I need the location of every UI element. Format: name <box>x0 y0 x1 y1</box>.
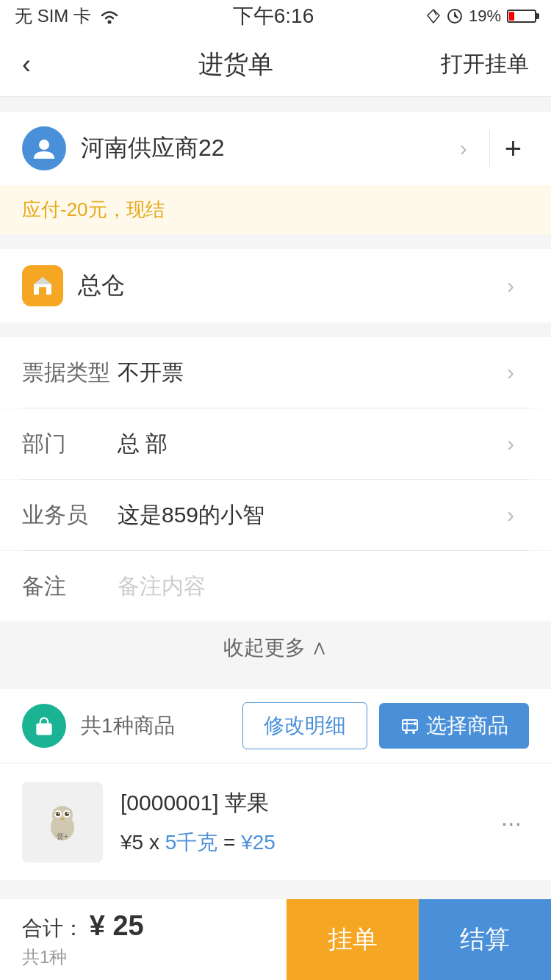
department-chevron-icon: › <box>507 431 514 456</box>
warehouse-name: 总仓 <box>78 270 507 302</box>
section-gap-4 <box>0 674 551 689</box>
warehouse-icon <box>22 265 63 306</box>
unit-price: ¥5 <box>120 831 143 854</box>
product-code: [0000001] <box>120 790 218 815</box>
svg-rect-4 <box>36 723 51 735</box>
remark-input[interactable]: 备注内容 <box>118 572 529 602</box>
department-label: 部门 <box>22 429 118 459</box>
collapse-label: 收起更多 ∧ <box>223 634 328 662</box>
supplier-name: 河南供应商22 <box>81 132 460 165</box>
ticket-type-label: 票据类型 <box>22 358 118 388</box>
salesman-row[interactable]: 业务员 这是859的小智 › <box>0 480 551 550</box>
section-gap-3 <box>0 323 551 337</box>
status-left: 无 SIM 卡 <box>15 4 120 28</box>
products-header: 共1种商品 修改明细 选择商品 <box>0 689 551 763</box>
edit-details-button[interactable]: 修改明细 <box>242 702 367 749</box>
product-price: ¥5 x 5千克 = ¥25 <box>120 829 494 857</box>
status-right: 19% <box>426 7 536 26</box>
notice-bar: 应付-20元，现结 <box>0 185 551 234</box>
ticket-type-value: 不开票 <box>118 358 507 388</box>
product-name: [0000001] 苹果 <box>120 788 494 818</box>
open-pending-button[interactable]: 打开挂单 <box>441 49 529 79</box>
clock-icon <box>447 8 463 24</box>
remark-row[interactable]: 备注 备注内容 <box>0 551 551 621</box>
notice-text: 应付-20元，现结 <box>22 198 165 220</box>
svg-point-2 <box>39 140 49 150</box>
product-item: 督+ [0000001] 苹果 ¥5 x 5千克 = ¥25 ··· <box>0 764 551 880</box>
section-gap-2 <box>0 234 551 249</box>
product-more-button[interactable]: ··· <box>494 801 529 844</box>
bag-icon <box>32 714 56 738</box>
status-time: 下午6:16 <box>233 2 314 30</box>
equals-sign: = <box>223 831 241 854</box>
hang-order-button[interactable]: 挂单 <box>287 899 419 980</box>
warehouse-row[interactable]: 总仓 › <box>0 249 551 323</box>
cart-icon <box>400 717 420 735</box>
status-bar: 无 SIM 卡 下午6:16 19% <box>0 0 551 32</box>
svg-point-8 <box>405 731 408 734</box>
total-section: 合计： ¥ 25 共1种 <box>0 899 287 980</box>
total-sub: 共1种 <box>22 945 264 969</box>
product-total: ¥25 <box>241 831 276 854</box>
total-amount: ¥ 25 <box>90 910 144 941</box>
checkout-button[interactable]: 结算 <box>419 899 551 980</box>
multiply-sign: x <box>149 831 165 854</box>
collapse-row[interactable]: 收起更多 ∧ <box>0 621 551 674</box>
person-icon <box>31 135 57 162</box>
house-icon <box>31 274 54 298</box>
supplier-avatar <box>22 126 66 170</box>
ticket-type-row[interactable]: 票据类型 不开票 › <box>0 337 551 408</box>
remark-label: 备注 <box>22 572 118 602</box>
svg-rect-3 <box>39 287 46 295</box>
product-info: [0000001] 苹果 ¥5 x 5千克 = ¥25 <box>120 788 494 857</box>
back-button[interactable]: ‹ <box>22 49 31 80</box>
carrier-label: 无 SIM 卡 <box>15 4 91 28</box>
warehouse-chevron-icon: › <box>507 273 514 298</box>
select-product-label: 选择商品 <box>426 712 508 740</box>
divider <box>489 130 490 167</box>
salesman-value: 这是859的小智 <box>118 500 507 530</box>
ticket-type-chevron-icon: › <box>507 360 514 385</box>
svg-point-0 <box>108 21 112 24</box>
products-count: 共1种商品 <box>81 712 242 740</box>
department-row[interactable]: 部门 总 部 › <box>0 408 551 479</box>
location-icon <box>426 8 441 24</box>
supplier-row[interactable]: 河南供应商22 › + <box>0 112 551 185</box>
supplier-chevron-icon: › <box>460 136 467 161</box>
nav-bar: ‹ 进货单 打开挂单 <box>0 32 551 97</box>
owl-logo: 督+ <box>37 796 88 848</box>
select-product-button[interactable]: 选择商品 <box>379 703 529 749</box>
salesman-label: 业务员 <box>22 500 118 530</box>
department-value: 总 部 <box>118 429 507 459</box>
svg-text:督+: 督+ <box>57 832 68 840</box>
battery-percent: 19% <box>469 7 501 26</box>
total-label: 合计： <box>22 917 84 940</box>
products-icon <box>22 704 66 748</box>
total-main: 合计： ¥ 25 <box>22 910 264 943</box>
page-title: 进货单 <box>198 48 273 82</box>
add-supplier-button[interactable]: + <box>497 132 529 165</box>
product-title: 苹果 <box>225 790 269 815</box>
product-thumbnail: 督+ <box>22 782 103 862</box>
svg-point-18 <box>67 813 68 814</box>
section-gap-1 <box>0 97 551 112</box>
svg-point-9 <box>412 731 415 734</box>
bottom-bar: 合计： ¥ 25 共1种 挂单 结算 <box>0 899 551 980</box>
product-quantity: 5千克 <box>165 831 218 854</box>
salesman-chevron-icon: › <box>507 502 514 527</box>
wifi-icon <box>98 8 120 24</box>
battery-icon <box>507 10 536 23</box>
svg-point-17 <box>58 813 60 814</box>
